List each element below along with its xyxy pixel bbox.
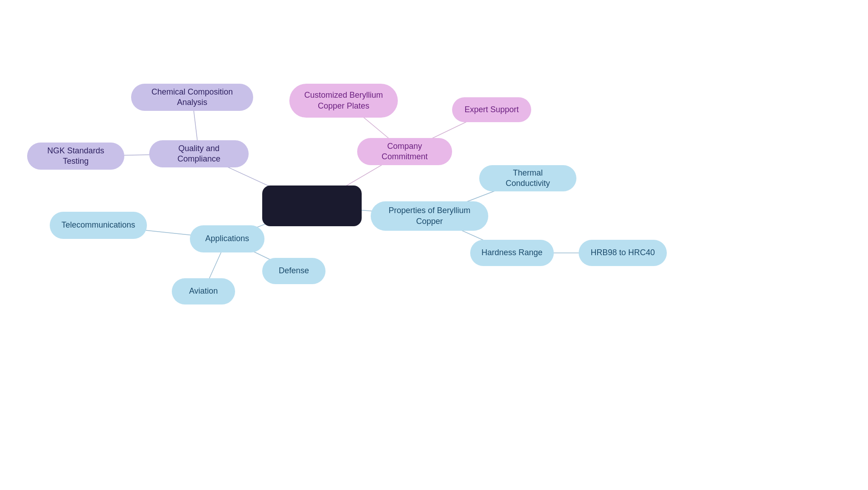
hardness_range-label: Hardness Range bbox=[481, 247, 542, 258]
defense-node[interactable]: Defense bbox=[262, 258, 326, 284]
expert_support-label: Expert Support bbox=[464, 105, 519, 115]
customized_plates-label: Customized Beryllium Copper Plates bbox=[300, 90, 387, 111]
aviation-label: Aviation bbox=[189, 286, 218, 296]
hrb98-label: HRB98 to HRC40 bbox=[590, 247, 655, 258]
hardness_range-node[interactable]: Hardness Range bbox=[470, 240, 554, 266]
properties_be_cu-node[interactable]: Properties of Beryllium Copper bbox=[371, 201, 488, 231]
hrb98-node[interactable]: HRB98 to HRC40 bbox=[579, 240, 667, 266]
center-node[interactable] bbox=[262, 186, 362, 226]
ngk_standards-label: NGK Standards Testing bbox=[38, 146, 113, 167]
quality_compliance-node[interactable]: Quality and Compliance bbox=[149, 140, 249, 167]
company_commitment-label: Company Commitment bbox=[368, 141, 441, 162]
quality_compliance-label: Quality and Compliance bbox=[160, 143, 238, 165]
thermal_conductivity-label: Thermal Conductivity bbox=[490, 168, 566, 189]
expert_support-node[interactable]: Expert Support bbox=[452, 97, 531, 122]
aviation-node[interactable]: Aviation bbox=[172, 278, 235, 304]
properties_be_cu-label: Properties of Beryllium Copper bbox=[382, 205, 477, 227]
applications-label: Applications bbox=[205, 233, 249, 244]
telecommunications-label: Telecommunications bbox=[61, 220, 135, 230]
defense-label: Defense bbox=[278, 266, 309, 276]
customized_plates-node[interactable]: Customized Beryllium Copper Plates bbox=[289, 84, 398, 118]
ngk_standards-node[interactable]: NGK Standards Testing bbox=[27, 143, 124, 170]
thermal_conductivity-node[interactable]: Thermal Conductivity bbox=[479, 165, 576, 191]
telecommunications-node[interactable]: Telecommunications bbox=[50, 212, 147, 239]
chemical_composition-label: Chemical Composition Analysis bbox=[142, 87, 242, 108]
company_commitment-node[interactable]: Company Commitment bbox=[357, 138, 452, 165]
chemical_composition-node[interactable]: Chemical Composition Analysis bbox=[131, 84, 253, 111]
applications-node[interactable]: Applications bbox=[190, 225, 264, 252]
